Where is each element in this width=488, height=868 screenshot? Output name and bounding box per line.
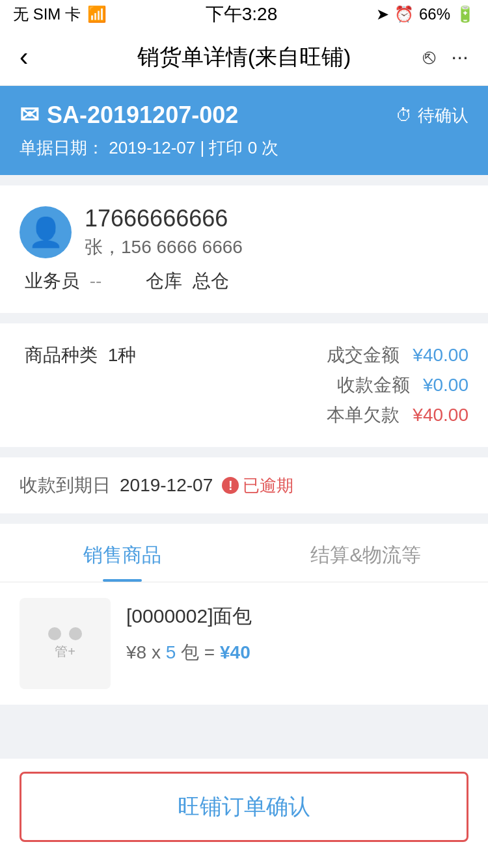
overdue-icon: ! (222, 477, 239, 494)
date-value: 2019-12-07 (109, 138, 195, 157)
tab-sales-label: 销售商品 (83, 544, 161, 565)
user-icon: 👤 (28, 215, 64, 249)
status-indicators: ➤ ⏰ 66% 🔋 (376, 5, 475, 23)
product-price: ¥8 x 5 包 = ¥40 (126, 640, 468, 665)
tabs-row: 销售商品 结算&物流等 (0, 524, 488, 582)
due-date: 2019-12-07 (120, 475, 213, 496)
product-logo: 管+ (48, 627, 82, 660)
back-button[interactable]: ‹ (20, 42, 28, 72)
customer-name: 张，156 6666 6666 (85, 235, 243, 260)
overdue-badge: ! 已逾期 (222, 474, 293, 497)
share-icon[interactable]: ⎋ (423, 45, 435, 69)
product-total: ¥40 (220, 642, 251, 662)
product-name: [0000002]面包 (126, 603, 468, 630)
owl-eye-left (48, 627, 61, 640)
order-id-text: SA-20191207-002 (47, 102, 238, 129)
collected-value: ¥0.00 (423, 375, 468, 396)
tab-settlement[interactable]: 结算&物流等 (244, 524, 488, 582)
types-value: 1种 (108, 345, 137, 365)
alarm-icon: ⏰ (394, 5, 414, 23)
customer-meta: 业务员 -- 仓库 总仓 (20, 269, 468, 293)
status-bar: 无 SIM 卡 📶 下午3:28 ➤ ⏰ 66% 🔋 (0, 0, 488, 29)
warehouse-label: 仓库 (146, 271, 182, 291)
customer-section: 👤 17666666666 张，156 6666 6666 业务员 -- 仓库 … (0, 185, 488, 313)
clock-icon: ⏱ (396, 105, 413, 126)
status-text: 待确认 (418, 104, 468, 127)
due-section: 收款到期日 2019-12-07 ! 已逾期 (0, 457, 488, 513)
order-header: ✉ SA-20191207-002 ⏱ 待确认 单据日期： 2019-12-07… (0, 86, 488, 175)
tabs-section: 销售商品 结算&物流等 管+ [0000002]面包 ¥8 (0, 524, 488, 705)
unit-text: 包 (181, 642, 199, 662)
nav-right-actions: ⎋ ··· (416, 45, 468, 69)
types-label: 商品种类 (25, 345, 98, 365)
nav-title: 销货单详情(来自旺铺) (72, 42, 416, 72)
price-multiplier: x (152, 642, 166, 662)
summary-left: 商品种类 1种 (20, 343, 136, 368)
order-id: ✉ SA-20191207-002 (20, 102, 238, 129)
amount-label: 成交金额 (327, 343, 400, 368)
status-time: 下午3:28 (206, 2, 278, 27)
tab-sales[interactable]: 销售商品 (0, 524, 244, 582)
date-label: 单据日期： (20, 138, 104, 157)
owl-text: 管+ (55, 643, 75, 660)
wifi-icon: 📶 (87, 5, 107, 23)
avatar: 👤 (20, 206, 72, 258)
owl-eyes (48, 627, 82, 640)
collected-row: 收款金额 ¥0.00 (337, 373, 468, 398)
battery-text: 66% (419, 5, 450, 23)
more-icon[interactable]: ··· (451, 45, 468, 69)
price-value: ¥8 (126, 642, 146, 662)
confirm-button[interactable]: 旺铺订单确认 (20, 772, 468, 842)
status-carrier: 无 SIM 卡 📶 (13, 4, 107, 25)
collected-label: 收款金额 (337, 373, 410, 398)
summary-right: 成交金额 ¥40.00 收款金额 ¥0.00 本单欠款 ¥40.00 (327, 343, 468, 427)
amount-value: ¥40.00 (413, 345, 468, 366)
customer-phone: 17666666666 (85, 205, 243, 232)
sales-label: 业务员 (25, 271, 79, 291)
battery-icon: 🔋 (455, 5, 475, 23)
customer-row: 👤 17666666666 张，156 6666 6666 (20, 205, 468, 260)
carrier-text: 无 SIM 卡 (13, 4, 81, 25)
equals-sign: = (204, 642, 220, 662)
sales-item: 业务员 -- (20, 269, 102, 293)
confirm-bar: 旺铺订单确认 (0, 759, 488, 868)
nav-left-actions: ‹ (20, 42, 72, 72)
product-thumbnail: 管+ (20, 598, 111, 689)
print-info: | 打印 0 次 (200, 138, 278, 157)
product-section: 管+ [0000002]面包 ¥8 x 5 包 = ¥40 (0, 582, 488, 705)
location-icon: ➤ (376, 5, 389, 23)
product-info: [0000002]面包 ¥8 x 5 包 = ¥40 (126, 598, 468, 665)
due-label: 收款到期日 (20, 473, 111, 498)
owed-value: ¥40.00 (413, 405, 468, 426)
order-status: ⏱ 待确认 (396, 104, 468, 127)
order-date-row: 单据日期： 2019-12-07 | 打印 0 次 (20, 137, 468, 159)
nav-bar: ‹ 销货单详情(来自旺铺) ⎋ ··· (0, 29, 488, 86)
sales-value: -- (90, 271, 102, 291)
amount-row: 成交金额 ¥40.00 (327, 343, 468, 368)
overdue-text: 已逾期 (243, 474, 293, 497)
customer-details: 17666666666 张，156 6666 6666 (85, 205, 243, 260)
warehouse-item: 仓库 总仓 (141, 269, 229, 293)
warehouse-value: 总仓 (193, 271, 229, 291)
owed-label: 本单欠款 (327, 403, 400, 427)
owl-eye-right (69, 627, 82, 640)
product-item: 管+ [0000002]面包 ¥8 x 5 包 = ¥40 (20, 598, 468, 689)
tab-settlement-label: 结算&物流等 (310, 544, 421, 565)
owed-row: 本单欠款 ¥40.00 (327, 403, 468, 427)
product-types: 商品种类 1种 (20, 343, 136, 368)
order-icon: ✉ (20, 102, 39, 129)
summary-section: 商品种类 1种 成交金额 ¥40.00 收款金额 ¥0.00 本单欠款 ¥40.… (0, 323, 488, 447)
order-id-row: ✉ SA-20191207-002 ⏱ 待确认 (20, 102, 468, 129)
product-qty: 5 (166, 642, 176, 662)
